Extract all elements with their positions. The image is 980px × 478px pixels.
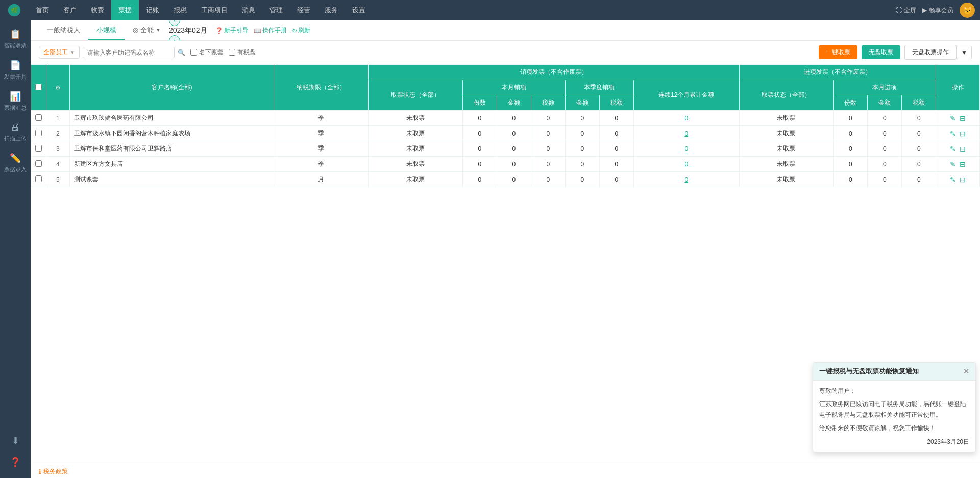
- prev-month-button[interactable]: ‹: [169, 20, 180, 26]
- row-input-fetch-status: 未取票: [739, 157, 834, 172]
- member-button[interactable]: ▶ 畅享会员: [922, 6, 953, 15]
- th-input-fetch-status: 取票状态（全部）: [739, 80, 834, 111]
- row-input-fetch-status: 未取票: [739, 141, 834, 157]
- tab-general-taxpayer[interactable]: 一般纳税人: [39, 21, 88, 40]
- row-checkbox[interactable]: [35, 114, 42, 121]
- row-edit-icon[interactable]: ✎: [950, 145, 956, 153]
- th-tax-period: 纳税期限（全部）: [274, 65, 369, 111]
- row-sales-month-shares: 0: [462, 141, 497, 157]
- has-tax-disk-checkbox[interactable]: [229, 49, 235, 56]
- row-checkbox[interactable]: [35, 160, 42, 167]
- row-checkbox[interactable]: [35, 175, 42, 182]
- row-detail-icon[interactable]: ⊟: [960, 145, 966, 153]
- row-sales-month-amount: 0: [497, 126, 531, 141]
- table-row: 2 卫辉市汲水镇下园闲香阁营木种植家庭农场 季 未取票 0 0 0 0 0 0 …: [31, 126, 980, 141]
- nav-customer[interactable]: 客户: [56, 0, 84, 20]
- nav-operation[interactable]: 经营: [290, 0, 317, 20]
- row-cumulative-12[interactable]: 0: [633, 126, 739, 141]
- app-logo[interactable]: 🌿: [5, 1, 23, 19]
- row-checkbox[interactable]: [35, 145, 42, 152]
- row-detail-icon[interactable]: ⊟: [960, 130, 966, 138]
- my-accounts-checkbox[interactable]: [190, 49, 197, 56]
- search-icon[interactable]: 🔍: [178, 49, 185, 56]
- select-all-checkbox[interactable]: [35, 84, 42, 90]
- row-detail-icon[interactable]: ⊟: [960, 160, 966, 168]
- row-quarter-tax: 0: [599, 157, 633, 172]
- row-cumulative-12[interactable]: 0: [633, 157, 739, 172]
- refresh-link[interactable]: ↻ 刷新: [292, 26, 310, 35]
- row-sales-fetch-status: 未取票: [369, 172, 463, 187]
- employee-select-dropdown-icon: ▼: [70, 49, 75, 55]
- row-sales-fetch-status: 未取票: [369, 141, 463, 157]
- smart-fetch-icon: 📋: [10, 29, 21, 40]
- row-cumulative-12[interactable]: 0: [633, 111, 739, 126]
- nav-invoice[interactable]: 票据: [111, 0, 139, 20]
- row-detail-icon[interactable]: ⊟: [960, 114, 966, 122]
- manual-link[interactable]: 📖 操作手册: [254, 26, 287, 35]
- row-checkbox[interactable]: [35, 130, 42, 136]
- row-customer-name: 卫辉市汲水镇下园闲香阁营木种植家庭农场: [69, 126, 274, 141]
- new-guide-icon: ❓: [215, 27, 223, 34]
- nav-manage[interactable]: 管理: [262, 0, 290, 20]
- nav-right-section: ⛶ 全屏 ▶ 畅享会员 🐱: [896, 3, 975, 18]
- nav-service[interactable]: 服务: [317, 0, 345, 20]
- search-input[interactable]: [83, 47, 175, 58]
- sidebar-item-smart-fetch[interactable]: 📋 智能取票: [1, 24, 30, 54]
- has-tax-disk-label: 有税盘: [237, 48, 256, 57]
- sidebar-settings[interactable]: ⬇: [1, 431, 30, 450]
- row-sales-month-shares: 0: [462, 157, 497, 172]
- manual-icon: 📖: [254, 27, 261, 34]
- sidebar-item-invoice-issue[interactable]: 📄 发票开具: [1, 56, 30, 85]
- nav-business[interactable]: 工商项目: [194, 0, 235, 20]
- nav-tax[interactable]: 报税: [166, 0, 194, 20]
- no-disc-fetch-button[interactable]: 无盘取票: [862, 45, 900, 59]
- th-customer-name: 客户名称(全部): [69, 65, 274, 111]
- row-edit-icon[interactable]: ✎: [950, 160, 956, 168]
- new-guide-link[interactable]: ❓ 新手引导: [215, 26, 249, 35]
- sidebar-help[interactable]: ❓: [1, 452, 30, 472]
- sidebar-item-scan-upload[interactable]: 🖨 扫描上传: [1, 118, 30, 146]
- row-sales-month-shares: 0: [462, 111, 497, 126]
- no-disc-operation-button[interactable]: 无盘取票操作: [904, 45, 957, 60]
- notification-close-button[interactable]: ✕: [963, 367, 969, 375]
- row-edit-icon[interactable]: ✎: [950, 130, 956, 138]
- nav-items: 首页 客户 收费 票据 记账 报税 工商项目 消息 管理 经营 服务 设置: [29, 0, 896, 20]
- tab-all[interactable]: ◎ 全能 ▼: [125, 21, 169, 40]
- row-index: 1: [46, 111, 70, 126]
- row-edit-icon[interactable]: ✎: [950, 114, 956, 122]
- notification-body-text: 江苏政务网已恢访问电子税务局功能，易代账一键登陆电子税务局与无盘取票相关功能可正…: [819, 399, 969, 420]
- row-edit-icon[interactable]: ✎: [950, 175, 956, 184]
- row-sales-month-amount: 0: [497, 172, 531, 187]
- row-sales-month-shares: 0: [462, 172, 497, 187]
- sidebar-item-invoice-summary[interactable]: 📊 票据汇总: [1, 87, 30, 116]
- th-sales-month-amount: 金额: [497, 95, 531, 111]
- table-row: 1 卫辉市玖玖健合医药有限公司 季 未取票 0 0 0 0 0 0 未取票 0 …: [31, 111, 980, 126]
- row-action-cell: ✎ ⊟: [936, 141, 980, 157]
- tab-small-scale[interactable]: 小规模: [88, 21, 125, 40]
- th-sales-fetch-status: 取票状态（全部）: [369, 80, 463, 111]
- checkbox-my-accounts[interactable]: 名下账套: [190, 48, 224, 57]
- row-cumulative-12[interactable]: 0: [633, 141, 739, 157]
- tax-policy-link[interactable]: 税务政策: [43, 467, 68, 476]
- row-quarter-amount: 0: [565, 172, 599, 187]
- nav-message[interactable]: 消息: [235, 0, 262, 20]
- employee-select[interactable]: 全部员工 ▼: [39, 46, 80, 59]
- fullscreen-button[interactable]: ⛶ 全屏: [896, 6, 916, 15]
- row-action-cell: ✎ ⊟: [936, 126, 980, 141]
- one-click-fetch-button[interactable]: 一键取票: [819, 45, 857, 59]
- row-detail-icon[interactable]: ⊟: [960, 175, 966, 184]
- row-sales-month-tax: 0: [531, 157, 565, 172]
- nav-billing[interactable]: 收费: [84, 0, 111, 20]
- sidebar-item-invoice-entry[interactable]: ✏️ 票据录入: [1, 148, 30, 178]
- nav-settings[interactable]: 设置: [345, 0, 373, 20]
- row-cumulative-12[interactable]: 0: [633, 172, 739, 187]
- row-input-month-tax: 0: [902, 172, 936, 187]
- no-disc-operation-dropdown[interactable]: ▼: [957, 46, 972, 59]
- row-input-month-tax: 0: [902, 157, 936, 172]
- nav-bookkeeping[interactable]: 记账: [139, 0, 166, 20]
- row-quarter-tax: 0: [599, 141, 633, 157]
- avatar[interactable]: 🐱: [960, 3, 975, 18]
- nav-home[interactable]: 首页: [29, 0, 56, 20]
- employee-select-label: 全部员工: [43, 48, 68, 57]
- checkbox-has-tax-disk[interactable]: 有税盘: [229, 48, 256, 57]
